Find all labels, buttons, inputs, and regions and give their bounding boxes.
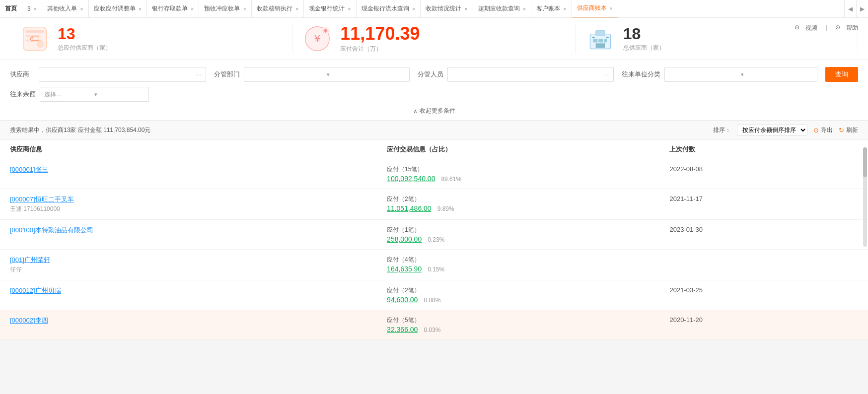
close-icon[interactable]: × <box>139 6 142 12</box>
video-link[interactable]: 视频 <box>805 24 817 32</box>
supplier-name-4[interactable]: [001]广州荣轩 <box>10 256 387 264</box>
nav-prev-button[interactable]: ◀ <box>844 0 856 18</box>
close-icon[interactable]: × <box>610 5 613 11</box>
nav-tab-payment-verify[interactable]: 收款核销执行 × <box>252 0 304 18</box>
payable-amount-6[interactable]: 32,366.00 <box>387 326 418 333</box>
nav-tab-advance-collection[interactable]: 预收冲应收单 × <box>199 0 251 18</box>
close-icon[interactable]: × <box>348 6 351 12</box>
close-icon[interactable]: × <box>80 6 83 12</box>
svg-rect-14 <box>604 39 607 42</box>
supplier-name-5[interactable]: [000012]广州贝瑞 <box>10 286 387 295</box>
sort-select[interactable]: 按应付余额倒序排序 <box>737 125 807 135</box>
payable-row-3: 258,000.00 0.23% <box>387 235 669 243</box>
close-icon[interactable]: × <box>412 6 415 12</box>
other-income-label: 其他收入单 <box>47 4 77 13</box>
help-link[interactable]: 帮助 <box>846 24 858 32</box>
nav-tab-3[interactable]: 3 × <box>22 0 42 18</box>
nav-tab-cash-flow[interactable]: 现金银行流水查询 × <box>357 0 421 18</box>
supplier-input-wrap[interactable]: ··· <box>39 67 206 82</box>
dept-label: 分管部门 <box>214 70 240 79</box>
col-header-last-pay: 上次付数 <box>669 145 858 154</box>
close-icon[interactable]: × <box>523 6 526 12</box>
payable-pct-5: 0.08% <box>424 297 440 304</box>
last-pay-6: 2020-11-20 <box>669 316 858 324</box>
payable-amount-1[interactable]: 100,092,540.00 <box>387 175 435 183</box>
table-row: [000001]张三 应付（15笔） 100,092,540.00 89.61%… <box>0 159 868 189</box>
unit-class-label: 往来单位分类 <box>622 70 660 79</box>
scrollbar-thumb[interactable] <box>863 147 867 177</box>
nav-tab-bank-deposit[interactable]: 银行存取款单 × <box>147 0 199 18</box>
supplier-name-6[interactable]: [000002]李四 <box>10 316 387 325</box>
home-tab-label: 首页 <box>5 4 17 13</box>
svg-rect-17 <box>606 37 609 38</box>
balance-select[interactable]: 选择... ▾ <box>40 87 149 102</box>
video-icon: ⊙ <box>795 24 799 32</box>
export-button[interactable]: ⊙ 导出 <box>813 126 833 134</box>
close-icon[interactable]: × <box>464 6 467 12</box>
supplier-info-3: [000100]本特勤油品有限公司 <box>10 226 387 235</box>
nav-tab-home[interactable]: 首页 <box>0 0 22 18</box>
nav-tab-overdue[interactable]: 超期应收款查询 × <box>473 0 531 18</box>
supplier-info-1: [000001]张三 <box>10 165 387 174</box>
payable-info-3: 应付（1笔） 258,000.00 0.23% <box>387 226 669 243</box>
stat-block-suppliers-payable: 🏷 13 总应付供应商（家） <box>10 24 292 54</box>
last-pay-date-3: 2023-01-30 <box>669 226 703 233</box>
nav-tab-supplier-ledger[interactable]: 供应商账本 × <box>572 0 618 18</box>
nav-tab-collection-stats[interactable]: 收款情况统计 × <box>421 0 473 18</box>
collapse-up-icon: ∧ <box>413 108 418 115</box>
scrollbar[interactable] <box>863 147 867 247</box>
payable-label-5: 应付（2笔） <box>387 286 669 295</box>
search-row-1: 供应商 ··· 分管部门 ▾ 分管人员 ··· 往来单位分类 ▾ <box>10 67 858 82</box>
payable-row-1: 100,092,540.00 89.61% <box>387 175 669 183</box>
person-input-wrap[interactable]: ··· <box>447 67 614 82</box>
payable-amount-3[interactable]: 258,000.00 <box>387 235 422 243</box>
export-label: 导出 <box>821 126 833 134</box>
supplier-name-3[interactable]: [000100]本特勤油品有限公司 <box>10 226 387 235</box>
nav-tab-other-income[interactable]: 其他收入单 × <box>42 0 88 18</box>
payable-info-6: 应付（5笔） 32,366.00 0.03% <box>387 316 669 333</box>
last-pay-3: 2023-01-30 <box>669 226 858 233</box>
nav-next-button[interactable]: ▶ <box>856 0 868 18</box>
dept-select[interactable]: ▾ <box>244 67 410 82</box>
table-row: [001]广州荣轩 仔仔 应付（4笔） 164,635.90 0.15% <box>0 250 868 280</box>
chevron-down-icon-3: ▾ <box>94 91 145 98</box>
table-row-highlighted: [000002]李四 应付（5笔） 32,366.00 0.03% 2020-1… <box>0 310 868 340</box>
supplier-input[interactable] <box>43 71 196 78</box>
sort-area: 排序： 按应付余额倒序排序 ⊙ 导出 ↻ 刷新 <box>713 125 858 135</box>
close-icon[interactable]: × <box>243 6 246 12</box>
cash-stats-label: 现金银行统计 <box>309 4 345 13</box>
table-row: [000012]广州贝瑞 应付（2笔） 94,600.00 0.08% 2021… <box>0 280 868 310</box>
main-table: 供应商信息 应付交易信息（占比） 上次付数 [000001]张三 应付（15笔）… <box>0 140 868 340</box>
payable-amount-5[interactable]: 94,600.00 <box>387 296 418 304</box>
unit-class-select[interactable]: ▾ <box>664 67 818 82</box>
close-icon[interactable]: × <box>563 6 566 12</box>
close-icon[interactable]: × <box>191 6 194 12</box>
payable-amount-2[interactable]: 11,051,486.00 <box>387 204 432 212</box>
payable-row-5: 94,600.00 0.08% <box>387 296 669 304</box>
total-suppliers-icon <box>585 24 615 54</box>
svg-point-5 <box>37 41 44 48</box>
result-bar: 搜索结果中，供应商13家 应付金额 111,703,854.00元 排序： 按应… <box>0 121 868 140</box>
close-icon[interactable]: × <box>34 6 37 12</box>
tab-3-label: 3 <box>27 5 31 12</box>
payable-label-6: 应付（5笔） <box>387 316 669 325</box>
nav-tab-cash-stats[interactable]: 现金银行统计 × <box>304 0 356 18</box>
supplier-name-2[interactable]: [000007]恒旺二手叉车 <box>10 195 387 204</box>
payable-info-2: 应付（2笔） 11,051,486.00 9.89% <box>387 195 669 212</box>
nav-tab-adjustment[interactable]: 应收应付调整单 × <box>89 0 147 18</box>
person-input[interactable] <box>452 71 603 78</box>
query-button[interactable]: 查询 <box>825 67 858 82</box>
collection-stats-label: 收款情况统计 <box>426 4 461 13</box>
payable-amount-4[interactable]: 164,635.90 <box>387 265 422 273</box>
advance-collection-label: 预收冲应收单 <box>204 4 240 13</box>
refresh-label: 刷新 <box>846 126 858 134</box>
refresh-button[interactable]: ↻ 刷新 <box>839 126 858 134</box>
supplier-name-1[interactable]: [000001]张三 <box>10 165 387 174</box>
payable-info-4: 应付（4笔） 164,635.90 0.15% <box>387 256 669 273</box>
nav-tab-customer-ledger[interactable]: 客户账本 × <box>531 0 572 18</box>
supplier-payable-icon: 🏷 <box>20 24 50 54</box>
close-icon[interactable]: × <box>295 6 298 12</box>
cash-flow-label: 现金银行流水查询 <box>362 4 409 13</box>
payable-label-4: 应付（4笔） <box>387 256 669 264</box>
collapse-button[interactable]: ∧ 收起更多条件 <box>10 107 858 115</box>
